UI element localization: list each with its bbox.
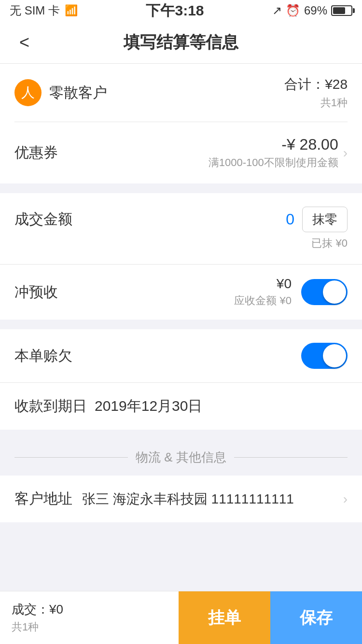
battery-fill [333, 7, 345, 14]
coupon-description: 满1000-100不限制使用金额 [209, 155, 338, 170]
customer-left: 人 零散客户 [14, 79, 107, 106]
customer-name: 零散客户 [49, 83, 107, 103]
address-label: 客户地址 [14, 489, 72, 509]
logistics-line-left [14, 457, 128, 458]
bottom-transaction-label: 成交： [12, 602, 49, 616]
logistics-divider: 物流 & 其他信息 [0, 439, 362, 476]
customer-row: 人 零散客户 合计：¥28 共1种 [0, 64, 362, 122]
transaction-value: 0 [286, 210, 294, 228]
total-amount: 合计：¥28 [284, 75, 348, 94]
gap1 [0, 183, 362, 193]
chevron-right-icon: › [343, 145, 348, 161]
alarm-icon: ⏰ [286, 4, 300, 17]
bottom-summary: 成交：¥0 共1种 [0, 591, 179, 644]
logistics-text: 物流 & 其他信息 [136, 449, 226, 466]
due-date-value: 2019年12月30日 [95, 396, 202, 416]
status-left: 无 SIM 卡 📶 [10, 3, 78, 18]
battery-icon [331, 5, 352, 16]
status-time: 下午3:18 [146, 1, 204, 21]
total-count: 共1种 [284, 96, 348, 110]
bottom-bar: 成交：¥0 共1种 挂单 保存 [0, 591, 362, 644]
prereceive-toggle[interactable] [301, 279, 348, 305]
due-date-label: 收款到期日 [14, 396, 87, 416]
back-button[interactable]: < [14, 28, 34, 57]
avatar-icon: 人 [21, 84, 35, 102]
prereceive-row: 冲预收 ¥0 应收金额 ¥0 [0, 265, 362, 320]
coupon-discount: -¥ 28.00 [209, 136, 338, 154]
logistics-line-right [234, 457, 348, 458]
debt-toggle[interactable] [301, 343, 348, 369]
round-button[interactable]: 抹零 [302, 207, 348, 232]
bottom-count: 共1种 [12, 620, 167, 634]
gap2 [0, 320, 362, 329]
prereceive-main: ¥0 [234, 276, 292, 292]
coupon-row[interactable]: 优惠券 -¥ 28.00 满1000-100不限制使用金额 › [0, 122, 362, 183]
nav-title: 填写结算等信息 [124, 31, 238, 54]
already-rounded: 已抹 ¥0 [14, 236, 348, 251]
prereceive-label: 冲预收 [14, 282, 58, 302]
content: 人 零散客户 合计：¥28 共1种 优惠券 -¥ 28.00 满1000-100… [0, 64, 362, 644]
coupon-label: 优惠券 [14, 143, 58, 163]
debt-label: 本单赊欠 [14, 346, 72, 366]
transaction-right: 0 抹零 [286, 207, 348, 232]
nav-bar: < 填写结算等信息 [0, 21, 362, 64]
address-row[interactable]: 客户地址 张三 海淀永丰科技园 11111111111 › [0, 476, 362, 522]
save-button[interactable]: 保存 [270, 591, 362, 644]
address-chevron-icon: › [343, 491, 348, 507]
due-date-row[interactable]: 收款到期日 2019年12月30日 [0, 383, 362, 430]
bottom-transaction-value: ¥0 [49, 602, 63, 616]
customer-avatar: 人 [14, 79, 42, 106]
prereceive-right: ¥0 应收金额 ¥0 [234, 276, 348, 308]
carrier-text: 无 SIM 卡 [10, 3, 60, 18]
address-value: 张三 海淀永丰科技园 11111111111 [82, 490, 343, 508]
prereceive-sub: 应收金额 ¥0 [234, 294, 292, 308]
debt-toggle-knob [323, 344, 346, 367]
customer-section: 人 零散客户 合计：¥28 共1种 优惠券 -¥ 28.00 满1000-100… [0, 64, 362, 183]
transaction-label: 成交金额 [14, 210, 72, 229]
debt-section: 本单赊欠 [0, 329, 362, 382]
bottom-transaction: 成交：¥0 [12, 601, 167, 618]
gap3 [0, 430, 362, 439]
status-right: ↗ ⏰ 69% [272, 4, 352, 17]
status-bar: 无 SIM 卡 📶 下午3:18 ↗ ⏰ 69% [0, 0, 362, 21]
prereceive-amounts: ¥0 应收金额 ¥0 [234, 276, 292, 308]
hang-button[interactable]: 挂单 [179, 591, 270, 644]
customer-right: 合计：¥28 共1种 [284, 75, 348, 110]
toggle-knob [323, 280, 346, 304]
wifi-icon: 📶 [65, 4, 78, 17]
transaction-row: 成交金额 0 抹零 [14, 207, 348, 232]
location-icon: ↗ [272, 4, 282, 17]
coupon-right: -¥ 28.00 满1000-100不限制使用金额 › [209, 136, 348, 170]
transaction-section: 成交金额 0 抹零 已抹 ¥0 [0, 193, 362, 264]
battery-percent: 69% [304, 4, 327, 17]
